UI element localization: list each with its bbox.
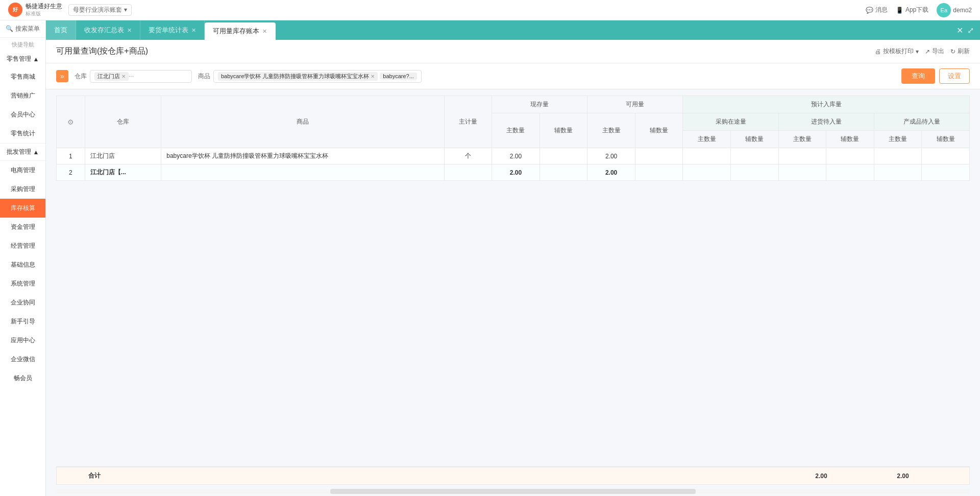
horizontal-scroll-bar[interactable]: [56, 489, 970, 494]
warehouse-label: 仓库: [75, 72, 87, 81]
top-bar-right: 💬 消息 📱 App下载 Ea demo2: [866, 3, 972, 17]
sidebar-item-premium[interactable]: 畅会员: [0, 369, 45, 388]
sidebar-item-ecommerce[interactable]: 电商管理: [0, 161, 45, 180]
td-product-main-1: [874, 148, 922, 164]
chevron-icon: ▲: [33, 56, 39, 63]
download-icon: 📱: [896, 7, 903, 14]
tab-close-all-icon[interactable]: ✕: [957, 26, 963, 35]
search-label: 搜索菜单: [15, 25, 40, 32]
expand-filter-btn[interactable]: »: [56, 70, 68, 82]
sidebar-wholesale-label: 批发管理: [7, 148, 31, 156]
sidebar-item-marketing[interactable]: 营销推广: [0, 86, 45, 105]
tab-available-close-icon[interactable]: ✕: [262, 28, 267, 35]
td-purchase-aux-1: [731, 148, 779, 164]
tab-available-inventory[interactable]: 可用量库存账本 ✕: [205, 22, 276, 40]
tenant-name: 母婴行业演示账套: [73, 6, 122, 14]
filter-more-btn[interactable]: ···: [129, 73, 134, 80]
sidebar-purchase-label: 采购管理: [11, 185, 35, 194]
sidebar-item-newbie[interactable]: 新手引导: [0, 312, 45, 331]
avatar: Ea: [937, 3, 951, 17]
sidebar-item-retail-stats[interactable]: 零售统计: [0, 124, 45, 143]
page-title: 可用量查询(按仓库+商品): [56, 46, 148, 57]
sidebar-inventory-label: 库存核算: [11, 204, 35, 212]
download-btn[interactable]: 📱 App下载: [896, 6, 928, 14]
warehouse-tag-1-close[interactable]: ✕: [121, 74, 126, 79]
export-btn[interactable]: ↗ 导出: [925, 47, 944, 56]
sidebar-finance-label: 资金管理: [11, 223, 35, 231]
tab-order-summary[interactable]: 要货单统计表 ✕: [140, 20, 205, 40]
sidebar-retail-stats-label: 零售统计: [11, 129, 35, 138]
sidebar-newbie-label: 新手引导: [11, 317, 35, 326]
page-header: 可用量查询(按仓库+商品) 🖨 按模板打印 ▾ ↗ 导出 ↻ 刷新: [46, 40, 980, 63]
td-current-main-2: 2.00: [492, 164, 540, 181]
scroll-thumb[interactable]: [330, 489, 696, 494]
tab-order-close-icon[interactable]: ✕: [191, 27, 196, 34]
content-area: 首页 收发存汇总表 ✕ 要货单统计表 ✕ 可用量库存账本 ✕ ✕ ⤢: [46, 20, 980, 496]
message-btn[interactable]: 💬 消息: [866, 6, 888, 14]
page-header-actions: 🖨 按模板打印 ▾ ↗ 导出 ↻ 刷新: [875, 47, 970, 56]
chevron-down-icon: ▾: [124, 6, 127, 13]
sidebar-item-base-info[interactable]: 基础信息: [0, 255, 45, 274]
sidebar-item-members[interactable]: 会员中心: [0, 105, 45, 124]
sidebar-item-finance[interactable]: 资金管理: [0, 218, 45, 237]
td-index-1: 1: [57, 148, 85, 164]
sidebar-enterprise-collab-label: 企业协同: [11, 298, 35, 307]
table-area: ⚙ 仓库 商品 主计量 现存量: [46, 89, 980, 466]
sidebar-item-inventory[interactable]: 库存核算: [0, 199, 45, 218]
sidebar-item-purchase-mgmt[interactable]: 采购管理: [0, 180, 45, 199]
refresh-icon: ↻: [950, 48, 955, 55]
td-inbound-aux-1: [826, 148, 874, 164]
chevron-icon-wholesale: ▲: [33, 149, 39, 156]
sidebar-item-retail-mgmt[interactable]: 零售管理 ▲: [0, 51, 45, 67]
print-btn[interactable]: 🖨 按模板打印 ▾: [875, 47, 919, 56]
tab-receipt-close-icon[interactable]: ✕: [127, 27, 132, 34]
sidebar-item-enterprise-collab[interactable]: 企业协同: [0, 293, 45, 312]
tab-receipt-label: 收发存汇总表: [84, 26, 124, 35]
table-row: 2 江北门店【... 2.00 2.00: [57, 164, 970, 181]
td-product-main-2: [874, 164, 922, 181]
th-settings[interactable]: ⚙: [57, 96, 85, 148]
sidebar-item-wholesale-mgmt[interactable]: 批发管理 ▲: [0, 144, 45, 160]
td-current-aux-1: [540, 148, 587, 164]
th-warehouse: 仓库: [85, 96, 161, 148]
sidebar-item-enterprise-wechat[interactable]: 企业微信: [0, 350, 45, 369]
sidebar-item-operations[interactable]: 经营管理: [0, 237, 45, 255]
sidebar-item-retail-mall[interactable]: 零售商城: [0, 67, 45, 86]
footer-label: 合计: [84, 471, 125, 480]
sidebar-section-wholesale: 批发管理 ▲: [0, 144, 45, 161]
tab-receipt-summary[interactable]: 收发存汇总表 ✕: [76, 20, 140, 40]
warehouse-input-group[interactable]: 江北门店 ✕ ···: [90, 70, 192, 83]
sidebar-nav-label[interactable]: 快捷导航: [0, 38, 45, 51]
sidebar-retail-mgmt-label: 零售管理: [7, 55, 31, 63]
print-label: 按模板打印: [883, 47, 914, 56]
logo-icon: 好: [8, 3, 22, 17]
tenant-select[interactable]: 母婴行业演示账套 ▾: [68, 4, 132, 16]
setting-button[interactable]: 设置: [939, 68, 970, 84]
th-main-unit: 主计量: [444, 96, 492, 148]
table-settings-icon[interactable]: ⚙: [67, 118, 74, 126]
td-warehouse-1: 江北门店: [85, 148, 161, 164]
th-inbound-aux: 辅数量: [826, 131, 874, 148]
td-current-aux-2: [540, 164, 587, 181]
th-purchase-main: 主数量: [683, 131, 731, 148]
tab-expand-icon[interactable]: ⤢: [967, 26, 974, 35]
product-tag-1-text: babycare学饮杯 儿童防摔防撞吸管杯重力球吸嘴杯宝宝水杯: [221, 73, 369, 80]
query-button[interactable]: 查询: [901, 68, 935, 84]
td-product-aux-1: [922, 148, 970, 164]
data-table: ⚙ 仓库 商品 主计量 现存量: [56, 96, 970, 181]
sidebar-item-app-center[interactable]: 应用中心: [0, 331, 45, 350]
logo-subtitle: 标准版: [26, 10, 62, 17]
sidebar-item-sys-mgmt[interactable]: 系统管理: [0, 274, 45, 293]
warehouse-tag-1: 江北门店 ✕: [94, 72, 129, 81]
refresh-btn[interactable]: ↻ 刷新: [950, 47, 970, 56]
user-area[interactable]: Ea demo2: [937, 3, 972, 17]
sidebar-operations-label: 经营管理: [11, 242, 35, 250]
product-tag-2-text: babycare?...: [383, 73, 414, 79]
th-inbound-main: 主数量: [778, 131, 826, 148]
product-input-group[interactable]: babycare学饮杯 儿童防摔防撞吸管杯重力球吸嘴杯宝宝水杯 ✕ babyca…: [213, 70, 422, 83]
filter-bar: » 仓库 江北门店 ✕ ··· 商品: [46, 63, 980, 89]
tab-home[interactable]: 首页: [46, 20, 76, 40]
tab-available-label: 可用量库存账本: [213, 27, 259, 36]
sidebar-search[interactable]: 🔍 搜索菜单: [0, 20, 45, 38]
product-tag-1-close[interactable]: ✕: [371, 74, 375, 79]
